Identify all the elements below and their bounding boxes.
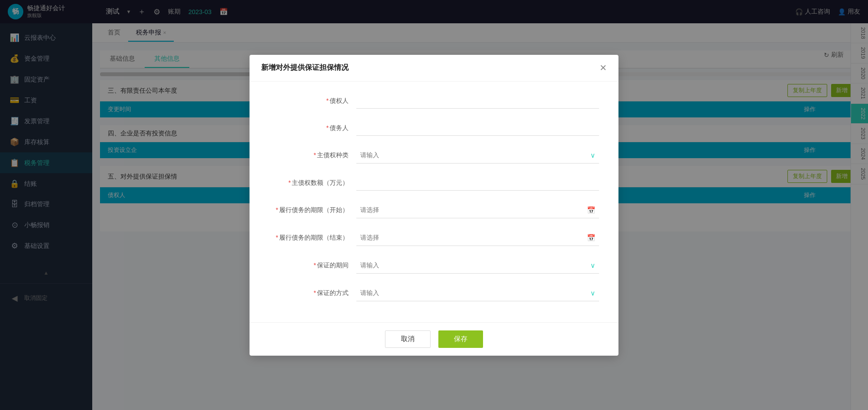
required-star: * — [276, 206, 278, 213]
required-star: * — [314, 151, 316, 159]
form-row-guarantee-method: *保证的方式 ∨ — [269, 285, 599, 301]
input-debt-type[interactable] — [356, 148, 590, 163]
form-label-guarantee-method: *保证的方式 — [269, 289, 356, 297]
select-wrapper-debt-type: ∨ — [356, 148, 599, 164]
form-row-period-start: *履行债务的期限（开始） 📅 — [269, 202, 599, 218]
form-label-debt-amount: *主债权数额（万元） — [269, 179, 356, 187]
required-star: * — [288, 179, 291, 186]
form-row-guarantee-period: *保证的期间 ∨ — [269, 258, 599, 274]
modal-footer: 取消 保存 — [250, 322, 618, 356]
required-star: * — [326, 124, 329, 131]
input-guarantee-period[interactable] — [356, 258, 590, 273]
modal-body: *债权人 *债务人 *主债权种类 ∨ — [250, 82, 618, 322]
required-star: * — [276, 234, 278, 241]
required-star: * — [314, 262, 316, 269]
input-debt-amount[interactable] — [356, 175, 599, 191]
form-row-debt-type: *主债权种类 ∨ — [269, 148, 599, 164]
modal-title: 新增对外提供保证担保情况 — [261, 63, 349, 72]
required-star: * — [314, 289, 316, 296]
form-label-debtor: *债务人 — [269, 124, 356, 132]
form-label-period-start: *履行债务的期限（开始） — [269, 206, 356, 214]
modal-close-button[interactable]: ✕ — [600, 63, 607, 73]
select-wrapper-guarantee-period: ∨ — [356, 258, 599, 274]
form-row-debtor: *债务人 — [269, 120, 599, 136]
required-star: * — [326, 97, 329, 104]
input-debtor[interactable] — [356, 120, 599, 136]
calendar-icon-end[interactable]: 📅 — [587, 234, 599, 242]
form-row-creditor: *债权人 — [269, 93, 599, 109]
form-label-period-end: *履行债务的期限（结束） — [269, 233, 356, 242]
save-button[interactable]: 保存 — [438, 330, 483, 348]
select-wrapper-guarantee-method: ∨ — [356, 285, 599, 301]
input-guarantee-method[interactable] — [356, 285, 590, 301]
modal-overlay: 新增对外提供保证担保情况 ✕ *债权人 *债务人 *主债权种类 — [0, 0, 868, 410]
form-label-guarantee-period: *保证的期间 — [269, 261, 356, 270]
form-row-debt-amount: *主债权数额（万元） — [269, 175, 599, 191]
modal-dialog: 新增对外提供保证担保情况 ✕ *债权人 *债务人 *主债权种类 — [250, 55, 618, 356]
modal-header: 新增对外提供保证担保情况 ✕ — [250, 55, 618, 82]
calendar-icon-start[interactable]: 📅 — [587, 206, 599, 214]
dropdown-icon-debt-type[interactable]: ∨ — [590, 151, 599, 159]
form-label-debt-type: *主债权种类 — [269, 151, 356, 160]
input-creditor[interactable] — [356, 93, 599, 109]
dropdown-icon-guarantee-method[interactable]: ∨ — [590, 289, 599, 297]
input-period-start[interactable] — [356, 202, 587, 218]
date-wrapper-period-start: 📅 — [356, 202, 599, 218]
input-period-end[interactable] — [356, 230, 587, 246]
form-row-period-end: *履行债务的期限（结束） 📅 — [269, 230, 599, 246]
cancel-button[interactable]: 取消 — [385, 330, 431, 348]
form-label-creditor: *债权人 — [269, 97, 356, 105]
date-wrapper-period-end: 📅 — [356, 230, 599, 246]
dropdown-icon-guarantee-period[interactable]: ∨ — [590, 262, 599, 269]
